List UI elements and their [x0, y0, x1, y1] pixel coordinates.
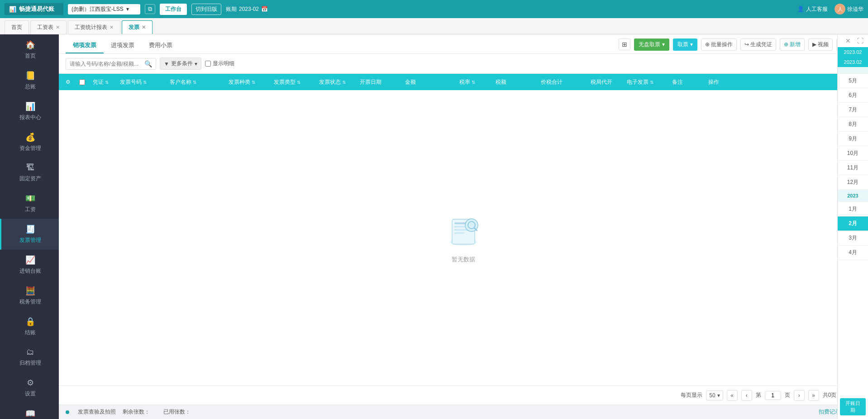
company-selector[interactable]: (勿删）江西股宝-LSS ▾ — [68, 4, 140, 14]
th-voucher[interactable]: 凭证 ⇅ — [91, 78, 118, 86]
more-conditions-button[interactable]: ▼ 更多条件 ▾ — [160, 58, 201, 70]
sidebar-item-sales[interactable]: 📈 进销台账 — [0, 250, 59, 280]
first-page-button[interactable]: « — [727, 390, 738, 401]
invoice-status-sort-icon: ⇅ — [342, 80, 346, 85]
th-open-date[interactable]: 开票日期 — [358, 78, 403, 86]
th-invoice-type[interactable]: 发票种类 ⇅ — [226, 78, 272, 86]
sidebar-item-home-label: 首页 — [25, 52, 36, 60]
batch-ops-button[interactable]: ⊕ 批量操作 — [701, 39, 737, 51]
workspace-button[interactable]: 工作台 — [160, 4, 187, 15]
no-ticket-label: 无盘取票 — [639, 41, 660, 48]
get-ticket-button[interactable]: 取票 ▾ — [673, 39, 697, 51]
date-year-header-2[interactable]: 2023.02 — [838, 57, 868, 67]
page-size-select[interactable]: 50 ▾ — [706, 390, 723, 400]
date-month-12[interactable]: 12月 — [838, 175, 868, 190]
sidebar-item-home[interactable]: 🏠 首页 — [0, 34, 59, 65]
sidebar-item-invoice-mgmt[interactable]: 🧾 发票管理 — [0, 219, 59, 250]
gen-voucher-button[interactable]: ↪ 生成凭证 — [740, 39, 776, 51]
e-invoice-sort-icon: ⇅ — [650, 80, 653, 85]
search-input[interactable] — [70, 61, 142, 67]
sidebar-item-settings[interactable]: ⚙ 设置 — [0, 372, 59, 403]
th-invoice-category[interactable]: 发票类型 ⇅ — [272, 78, 317, 86]
salary-tab-close[interactable]: ✕ — [56, 24, 60, 30]
calendar-icon[interactable]: 📅 — [261, 6, 268, 12]
date-year-2023-label: 2023 — [838, 190, 868, 202]
tab-invoice[interactable]: 发票 ✕ — [122, 20, 153, 34]
date-month-2023-1[interactable]: 1月 — [838, 202, 868, 217]
last-page-button[interactable]: » — [808, 390, 819, 401]
tab-home[interactable]: 首页 — [5, 20, 29, 34]
date-month-2023-3[interactable]: 3月 — [838, 231, 868, 246]
date-panel-maximize[interactable]: ⛶ — [854, 35, 866, 46]
date-month-5[interactable]: 5月 — [838, 74, 868, 88]
sidebar-item-tax[interactable]: 🧮 税务管理 — [0, 280, 59, 311]
th-checkbox[interactable] — [77, 79, 91, 85]
guide-icon: 📖 — [25, 409, 35, 419]
tab-salary-stats[interactable]: 工资统计报表 ✕ — [68, 20, 120, 34]
page-input[interactable] — [765, 391, 781, 400]
show-detail-checkbox[interactable] — [205, 61, 211, 67]
ai-support[interactable]: 👤 人工客服 — [797, 5, 828, 13]
prev-page-button[interactable]: ‹ — [741, 390, 752, 401]
date-month-9[interactable]: 9月 — [838, 132, 868, 146]
per-page-arrow-icon: ▾ — [717, 392, 720, 399]
th-remark[interactable]: 备注 — [670, 78, 706, 86]
show-detail-checkbox-label[interactable]: 显示明细 — [205, 60, 234, 67]
date-year-2022-label — [838, 67, 868, 74]
search-input-wrap[interactable]: 🔍 — [66, 58, 156, 70]
copy-button[interactable]: ⧉ — [145, 4, 155, 14]
sidebar-item-guide[interactable]: 📖 新手引导 — [0, 403, 59, 419]
sidebar-item-funds[interactable]: 💰 资金管理 — [0, 127, 59, 158]
th-invoice-status[interactable]: 发票状态 ⇅ — [317, 78, 358, 86]
th-e-invoice[interactable]: 电子发票 ⇅ — [625, 78, 670, 86]
invoice-tab-close[interactable]: ✕ — [142, 24, 146, 30]
sub-tab-sales-invoice[interactable]: 销项发票 — [66, 38, 104, 53]
sidebar-item-archive[interactable]: 🗂 归档管理 — [0, 342, 59, 372]
sub-tab-purchase-invoice[interactable]: 进项发票 — [104, 38, 142, 53]
th-tax[interactable]: 税额 — [493, 78, 539, 86]
th-customer[interactable]: 客户名称 ⇅ — [167, 78, 226, 86]
date-month-10[interactable]: 10月 — [838, 146, 868, 161]
date-month-6[interactable]: 6月 — [838, 88, 868, 103]
sidebar: 🏠 首页 📒 总账 📊 报表中心 💰 资金管理 🏗 固定资产 💵 工资 — [0, 34, 59, 419]
select-all-checkbox[interactable] — [79, 79, 85, 85]
tab-salary[interactable]: 工资表 ✕ — [30, 20, 67, 34]
th-tax-rate[interactable]: 税率 ⇅ — [457, 78, 493, 86]
user-name: 徐溢华 — [847, 5, 863, 13]
th-tax-total[interactable]: 价税合计 — [539, 78, 588, 86]
user-info[interactable]: 人 徐溢华 — [835, 4, 863, 14]
sub-tab-expense-receipt[interactable]: 费用小票 — [142, 38, 180, 53]
th-settings[interactable]: ⚙ — [63, 79, 77, 85]
salary-stats-tab-close[interactable]: ✕ — [110, 24, 114, 30]
no-ticket-button[interactable]: 无盘取票 ▾ — [634, 39, 669, 51]
show-detail-label: 显示明细 — [213, 60, 234, 67]
date-panel-close[interactable]: ✕ — [843, 35, 854, 46]
more-conditions-label: 更多条件 — [171, 60, 193, 67]
next-page-button[interactable]: › — [794, 390, 805, 401]
date-month-2023-4[interactable]: 4月 — [838, 246, 868, 260]
sidebar-item-ledger[interactable]: 📒 总账 — [0, 65, 59, 96]
new-button[interactable]: ⊕ 新增 — [780, 39, 805, 51]
sidebar-item-salary[interactable]: 💵 工资 — [0, 188, 59, 219]
sidebar-item-reports[interactable]: 📊 报表中心 — [0, 96, 59, 127]
date-month-11[interactable]: 11月 — [838, 161, 868, 175]
th-tax-code[interactable]: 税局代开 — [588, 78, 625, 86]
search-icon[interactable]: 🔍 — [144, 60, 152, 67]
toolbar: 🔍 ▼ 更多条件 ▾ 显示明细 — [59, 54, 868, 74]
th-amount[interactable]: 金额 — [403, 78, 457, 86]
date-year-header-1[interactable]: 2023.02 — [838, 47, 868, 57]
date-month-7[interactable]: 7月 — [838, 103, 868, 117]
date-month-8[interactable]: 8月 — [838, 117, 868, 132]
video-button[interactable]: ▶ 视频 — [808, 39, 833, 51]
sidebar-item-fixed-assets[interactable]: 🏗 固定资产 — [0, 158, 59, 188]
per-page-value: 50 — [709, 392, 715, 399]
date-month-2023-2[interactable]: 2月 — [838, 217, 868, 231]
table-header: ⚙ 凭证 ⇅ 发票号码 ⇅ 客户名称 ⇅ 发票种类 — [59, 74, 868, 90]
switch-old-button[interactable]: 切到旧版 — [191, 4, 221, 15]
date-panel: ✕ ⛶ 2023.02 2023.02 5月 6月 7月 — [837, 34, 868, 419]
th-invoice-no[interactable]: 发票号码 ⇅ — [118, 78, 167, 86]
sidebar-item-closing[interactable]: 🔒 结账 — [0, 311, 59, 342]
grid-layout-button[interactable]: ⊞ — [619, 39, 630, 50]
empty-icon — [441, 212, 486, 249]
open-period-button[interactable]: 开账日期 — [840, 398, 866, 415]
